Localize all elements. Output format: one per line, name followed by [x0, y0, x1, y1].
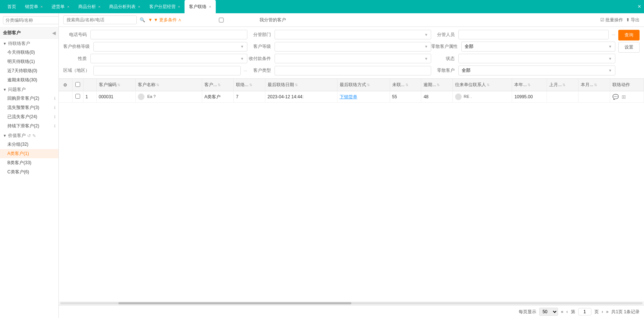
group-pending-contact[interactable]: ▼ 待联络客户 — [0, 39, 58, 48]
filter-manager-input[interactable] — [458, 30, 609, 39]
query-button[interactable]: 查询 — [618, 30, 640, 40]
sort-code-icon[interactable]: ⇅ — [117, 83, 120, 87]
sidebar-item-7days[interactable]: 近7天待联络(0) — [0, 66, 58, 75]
sort-last-month-icon[interactable]: ⇅ — [562, 83, 565, 87]
td-checkbox[interactable] — [72, 91, 83, 103]
sort-method-icon[interactable]: ⇅ — [367, 83, 370, 87]
sort-no-contact-icon[interactable]: ⇅ — [405, 83, 408, 87]
filter-price-level-select[interactable]: ▼ — [93, 42, 247, 52]
td-customer-name[interactable]: Ea ? — [136, 91, 202, 103]
sidebar-item-churn-warning[interactable]: 流失预警客户(3) ℹ — [0, 103, 58, 112]
more-filter-button[interactable]: ▼ ▼ 更多条件 ∧ — [148, 17, 182, 23]
nav-sales[interactable]: 销货单 × — [21, 0, 47, 13]
group-problem-customers[interactable]: ▼ 问题客户 — [0, 85, 58, 94]
sidebar-item-declining[interactable]: 持续下滑客户(2) ℹ — [0, 121, 58, 131]
edit-value-icon[interactable]: ✎ — [32, 133, 36, 138]
sidebar-item-tomorrow[interactable]: 明天待联络(1) — [0, 57, 58, 66]
filter-nature-select[interactable]: ▼ — [90, 54, 247, 63]
close-product-analysis-list-icon[interactable]: × — [138, 4, 140, 9]
page-first-button[interactable]: « — [561, 309, 564, 314]
group-value-customers[interactable]: ▼ 价值客户 ↺ ✎ — [0, 131, 58, 140]
select-all-checkbox[interactable] — [75, 82, 80, 87]
horizontal-scrollbar[interactable] — [59, 301, 644, 305]
filter-customer-type-input[interactable] — [275, 66, 432, 75]
main-search-input[interactable] — [63, 15, 137, 24]
filter-payment-select[interactable]: ▼ — [275, 54, 432, 63]
page-number-input[interactable] — [578, 308, 591, 315]
per-page-select[interactable]: 50 100 — [539, 308, 558, 316]
sort-name-icon[interactable]: ⇅ — [156, 83, 159, 87]
sidebar-item-churned[interactable]: 已流失客户(24) ℹ — [0, 112, 58, 121]
page-prev-button[interactable]: ‹ — [566, 309, 568, 314]
nav-customer-segment[interactable]: 客户分层经营 × — [145, 0, 185, 13]
filter-status-select[interactable]: ▼ — [458, 54, 615, 63]
th-index — [83, 79, 96, 91]
close-customer-contact-icon[interactable]: × — [209, 4, 211, 9]
nav-purchase[interactable]: 进货单 × — [47, 0, 74, 13]
close-customer-segment-icon[interactable]: × — [178, 4, 180, 9]
filter-retail-attr-select[interactable]: 全部 ▼ — [461, 42, 615, 52]
sidebar-item-unclassified[interactable]: 未分组(32) — [0, 140, 58, 149]
customer-table: ⚙ 客户编码 ⇅ — [59, 79, 644, 103]
search-bar: 🔍 ▼ ▼ 更多条件 ∧ 我分管的客户 ☑ 批量操作 ⬆ 导出 — [59, 13, 644, 27]
filter-region-select[interactable] — [93, 66, 241, 75]
sidebar-item-class-a[interactable]: A类客户(1) — [0, 149, 58, 158]
collapse-sidebar-icon[interactable]: ◀ — [52, 31, 56, 36]
sort-this-year-icon[interactable]: ⇅ — [527, 83, 530, 87]
sort-contact-icon[interactable]: ⇅ — [249, 83, 252, 87]
sidebar: 🔍 全部客户 ◀ ▼ 待联络客户 今天待联络(0) 明天待联络(1) 近7天待联… — [0, 13, 59, 318]
my-customer-checkbox-label[interactable]: 我分管的客户 — [185, 17, 286, 23]
manager-dots-icon[interactable]: ··· — [612, 32, 615, 37]
nav-home[interactable]: 首页 — [3, 0, 21, 13]
export-button[interactable]: ⬆ 导出 — [626, 17, 640, 23]
td-last-contact-method[interactable]: 下销货单 — [337, 91, 390, 103]
sidebar-item-class-c[interactable]: C类客户(6) — [0, 167, 58, 177]
nav-customer-contact[interactable]: 客户联络 × — [185, 0, 215, 13]
th-settings[interactable]: ⚙ — [59, 79, 72, 91]
close-sales-icon[interactable]: × — [40, 4, 43, 9]
page-last-button[interactable]: » — [606, 309, 609, 314]
grid-action-icon[interactable]: ⊞ — [622, 94, 626, 100]
sort-type-icon[interactable]: ⇅ — [218, 83, 221, 87]
sidebar-item-overdue[interactable]: 逾期未联络(30) — [0, 75, 58, 85]
th-no-contact: 未联... ⇅ — [390, 79, 421, 91]
setting-button[interactable]: 设置 — [618, 42, 640, 53]
sort-overdue-icon[interactable]: ⇅ — [437, 83, 440, 87]
sidebar-item-today[interactable]: 今天待联络(0) — [0, 48, 58, 57]
sidebar-search-input[interactable] — [3, 16, 59, 24]
status-arrow-icon: ▼ — [608, 57, 612, 61]
batch-op-button[interactable]: ☑ 批量操作 — [600, 17, 623, 23]
sort-date-icon[interactable]: ⇅ — [295, 83, 298, 87]
page-next-button[interactable]: › — [602, 309, 603, 314]
main-search-icon[interactable]: 🔍 — [140, 17, 145, 22]
filter-dept-select[interactable]: ▼ — [275, 30, 432, 39]
all-customers-title[interactable]: 全部客户 ◀ — [0, 28, 58, 39]
my-customer-checkbox[interactable] — [185, 18, 258, 22]
scrollbar-thumb[interactable] — [118, 302, 351, 304]
th-checkbox[interactable] — [72, 79, 83, 91]
close-product-analysis-icon[interactable]: × — [98, 4, 100, 9]
filter-customer-level-select[interactable]: ▼ — [275, 42, 432, 52]
th-last-contact-method: 最后联络方式 ⇅ — [337, 79, 390, 91]
filter-nature: 性质 ▼ — [63, 54, 247, 63]
arrow-problem-icon: ▼ — [3, 88, 7, 92]
region-dots-icon[interactable]: ··· — [244, 68, 247, 73]
refresh-value-icon[interactable]: ↺ — [27, 133, 31, 138]
sort-this-month-icon[interactable]: ⇅ — [594, 83, 597, 87]
sidebar-item-class-b[interactable]: B类客户(33) — [0, 158, 58, 167]
row-checkbox[interactable] — [75, 94, 80, 99]
filter-buttons: 查询 设置 — [615, 30, 640, 53]
filter-retail-select[interactable]: 全部 ▼ — [458, 66, 615, 75]
settings-icon[interactable]: ⚙ — [63, 82, 67, 88]
sort-visit-icon[interactable]: ⇅ — [487, 83, 490, 87]
nav-product-analysis-list[interactable]: 商品分析列表 × — [105, 0, 144, 13]
nav-product-analysis[interactable]: 商品分析 × — [74, 0, 105, 13]
td-action: 💬 ⊞ — [610, 91, 644, 103]
filter-nature-label: 性质 — [63, 56, 89, 62]
sidebar-item-repurchase-abnormal[interactable]: 回购异常客户(2) ℹ — [0, 94, 58, 103]
filter-phone-input[interactable] — [90, 30, 247, 39]
close-all-button[interactable]: × — [638, 3, 641, 10]
chat-action-icon[interactable]: 💬 — [612, 94, 619, 100]
th-overdue: 逾期... ⇅ — [421, 79, 453, 91]
close-purchase-icon[interactable]: × — [67, 4, 69, 9]
